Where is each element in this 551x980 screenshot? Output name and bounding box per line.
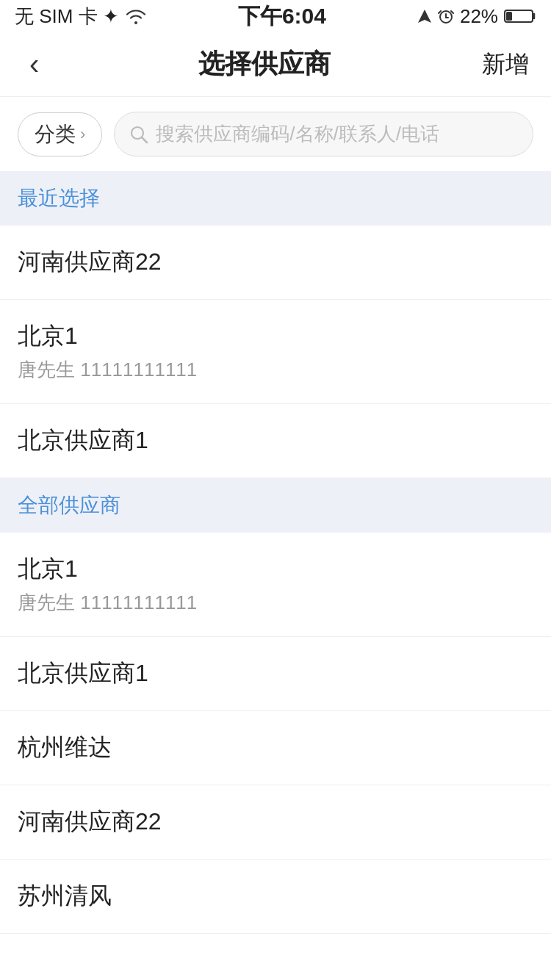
location-icon	[417, 9, 432, 24]
search-placeholder: 搜索供应商编码/名称/联系人/电话	[156, 121, 439, 147]
supplier-name: 河南供应商22	[18, 246, 533, 278]
recent-list: 河南供应商22北京1唐先生 11111111111北京供应商1	[0, 226, 551, 478]
page-title: 选择供应商	[198, 46, 331, 82]
battery-icon	[504, 8, 536, 24]
supplier-name: 北京1	[18, 320, 533, 353]
recent-section-header: 最近选择	[0, 171, 551, 226]
supplier-name: 杭州维达	[18, 732, 533, 764]
wifi-icon	[125, 8, 147, 24]
all-list-item[interactable]: 北京1唐先生 11111111111	[0, 533, 551, 637]
supplier-name: 北京供应商1	[18, 657, 533, 690]
svg-line-6	[142, 137, 147, 143]
supplier-name: 北京1	[18, 553, 533, 586]
recent-list-item[interactable]: 北京供应商1	[0, 404, 551, 478]
all-list-item[interactable]: 北京供应商1	[0, 637, 551, 711]
supplier-sub: 唐先生 11111111111	[18, 590, 533, 616]
chevron-right-icon: ›	[80, 125, 85, 144]
all-suppliers-list: 北京1唐先生 11111111111北京供应商1杭州维达河南供应商22苏州清风	[0, 533, 551, 934]
all-list-item[interactable]: 河南供应商22	[0, 785, 551, 860]
supplier-name: 北京供应商1	[18, 425, 533, 457]
no-sim-text: 无 SIM 卡 ✦	[15, 4, 119, 29]
search-icon	[129, 125, 148, 144]
recent-list-item[interactable]: 北京1唐先生 11111111111	[0, 300, 551, 404]
all-section-header: 全部供应商	[0, 478, 551, 533]
supplier-name: 河南供应商22	[18, 806, 533, 838]
filter-bar: 分类 › 搜索供应商编码/名称/联系人/电话	[0, 97, 551, 171]
category-label: 分类	[35, 120, 76, 148]
all-list-item[interactable]: 苏州清风	[0, 860, 551, 934]
alarm-icon	[438, 8, 454, 24]
status-bar: 无 SIM 卡 ✦ 下午6:04 22%	[0, 0, 551, 32]
status-right: 22%	[417, 5, 536, 28]
status-time: 下午6:04	[238, 1, 326, 32]
svg-rect-4	[506, 12, 512, 21]
add-button[interactable]: 新增	[482, 48, 529, 81]
supplier-sub: 唐先生 11111111111	[18, 357, 533, 383]
battery-text: 22%	[460, 5, 498, 28]
search-box[interactable]: 搜索供应商编码/名称/联系人/电话	[114, 112, 533, 156]
recent-list-item[interactable]: 河南供应商22	[0, 226, 551, 300]
status-left: 无 SIM 卡 ✦	[15, 4, 147, 29]
back-button[interactable]: ‹	[22, 40, 46, 88]
supplier-name: 苏州清风	[18, 880, 533, 912]
category-button[interactable]: 分类 ›	[18, 112, 102, 156]
nav-bar: ‹ 选择供应商 新增	[0, 32, 551, 97]
all-list-item[interactable]: 杭州维达	[0, 711, 551, 785]
